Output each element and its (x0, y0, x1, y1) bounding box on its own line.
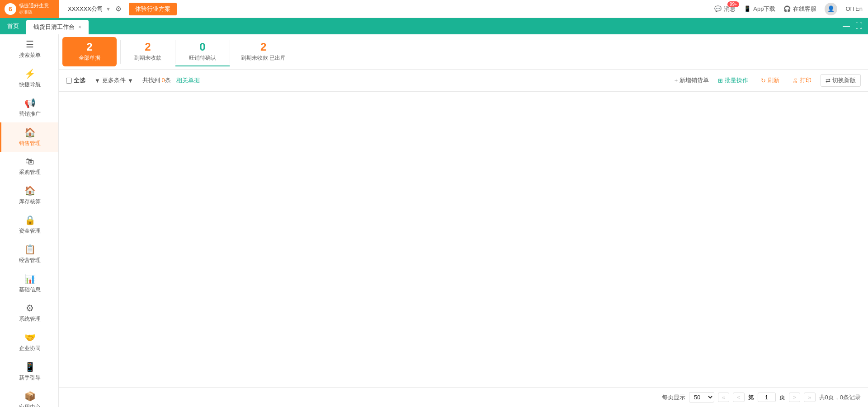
refresh-button[interactable]: ↻ 刷新 (757, 75, 783, 86)
filter-button[interactable]: ▼ 更多条件 ▼ (91, 75, 137, 86)
toolbar-right: + 新增销货单 ⊞ 批量操作 ↻ 刷新 🖨 打印 ⇄ 切换新版 (675, 74, 861, 87)
avatar[interactable]: 👤 (825, 3, 837, 15)
quick-nav-icon: ⚡ (24, 68, 36, 79)
company-selector[interactable]: XXXXXX公司 ▼ (68, 5, 111, 13)
page-input[interactable] (758, 393, 776, 402)
guide-label: 新手引导 (19, 374, 41, 382)
top-header: 6 畅捷通好生意 标准版 XXXXXX公司 ▼ ⚙ 体验行业方案 💬 消息 99… (0, 0, 868, 18)
sidebar-item-purchase-mgmt[interactable]: 🛍 采购管理 (0, 152, 58, 181)
sidebar-item-marketing[interactable]: 📢 营销推广 (0, 93, 58, 122)
batch-icon: ⊞ (718, 77, 723, 84)
quick-nav-label: 快捷导航 (19, 81, 41, 89)
stat-overdue-label: 到期未收款 (134, 54, 161, 62)
sidebar-item-guide[interactable]: 📱 新手引导 (0, 357, 58, 386)
sidebar-item-system-mgmt[interactable]: ⚙ 系统管理 (0, 298, 58, 327)
prev-page-button[interactable]: < (733, 393, 745, 402)
search-menu-label: 搜索菜单 (19, 51, 41, 59)
message-action[interactable]: 💬 消息 99+ (714, 5, 736, 13)
sidebar-item-sales-mgmt[interactable]: 🏠 销售管理 (0, 122, 58, 152)
purchase-mgmt-icon: 🛍 (25, 156, 34, 167)
qinghuori-tab-label: 钱货日清工作台 (33, 23, 75, 31)
print-label: 打印 (800, 76, 811, 84)
finance-icon: 🔒 (24, 215, 36, 225)
stat-tab-overdue[interactable]: 2 到期未收款 (121, 37, 175, 66)
table-area (59, 92, 868, 387)
select-all-checkbox[interactable] (66, 78, 72, 84)
filter-label: 更多条件 (102, 76, 126, 84)
headset-icon: 🎧 (783, 5, 791, 12)
stat-overdue-out-label: 到期未收款 已出库 (241, 54, 286, 62)
guide-icon: 📱 (24, 361, 36, 372)
stat-overdue-number: 2 (145, 41, 151, 53)
switch-label: 切换新版 (832, 76, 856, 84)
filter-icon: ▼ (94, 77, 100, 84)
operations-icon: 📋 (24, 244, 36, 255)
pagination: 每页显示 20 50 100 « < 第 页 > » 共0页，0条记录 (59, 387, 868, 407)
search-menu-icon: ☰ (26, 39, 34, 50)
stat-tab-all[interactable]: 2 全部单据 (62, 37, 117, 66)
try-button[interactable]: 体验行业方案 (129, 3, 177, 15)
online-service-action[interactable]: 🎧 在线客服 (783, 5, 816, 13)
inventory-icon: 🏠 (24, 185, 36, 196)
inventory-label: 库存核算 (19, 198, 41, 206)
related-records-link[interactable]: 相关单据 (176, 76, 200, 84)
stat-all-number: 2 (86, 41, 92, 53)
operations-label: 经营管理 (19, 257, 41, 264)
refresh-icon: ↻ (761, 77, 766, 84)
basic-info-label: 基础信息 (19, 286, 41, 294)
page-total: 共0页，0条记录 (819, 393, 861, 402)
message-icon: 💬 (714, 5, 722, 12)
logo-name: 畅捷通好生意 (19, 2, 49, 9)
finance-label: 资金管理 (19, 227, 41, 235)
tab-qinghuori[interactable]: 钱货日清工作台 × (26, 20, 89, 34)
sidebar-item-app-center[interactable]: 📦 应用中心 (0, 386, 58, 407)
next-page-button[interactable]: > (789, 393, 801, 402)
sidebar-item-search-menu[interactable]: ☰ 搜索菜单 (0, 34, 58, 64)
per-page-select[interactable]: 20 50 100 (689, 392, 714, 402)
first-page-button[interactable]: « (718, 393, 729, 402)
select-all-label[interactable]: 全选 (66, 76, 85, 84)
sidebar-item-quick-nav[interactable]: ⚡ 快捷导航 (0, 64, 58, 93)
sidebar-item-operations[interactable]: 📋 经营管理 (0, 239, 58, 269)
system-mgmt-icon: ⚙ (26, 303, 34, 313)
per-page-label: 每页显示 (662, 393, 685, 402)
sidebar-item-basic-info[interactable]: 📊 基础信息 (0, 269, 58, 298)
company-dropdown-arrow: ▼ (106, 6, 111, 12)
content-area: 2 全部单据 2 到期未收款 0 旺铺待确认 2 到期未收款 已出库 (59, 34, 868, 407)
company-name: XXXXXX公司 (68, 5, 103, 13)
app-center-label: 应用中心 (19, 403, 41, 407)
batch-label: 批量操作 (725, 76, 748, 84)
app-download-action[interactable]: 📱 App下载 (744, 5, 775, 13)
batch-operation-button[interactable]: ⊞ 批量操作 (714, 75, 752, 86)
switch-version-button[interactable]: ⇄ 切换新版 (821, 74, 861, 87)
print-icon: 🖨 (792, 77, 798, 84)
tab-home[interactable]: 首页 (0, 18, 26, 34)
tab-minimize-btn[interactable]: — (843, 22, 850, 30)
stat-tab-wangpu[interactable]: 0 旺铺待确认 (175, 37, 230, 66)
last-page-button[interactable]: » (804, 393, 815, 402)
username: OfTEn (845, 5, 863, 12)
tab-maximize-btn[interactable]: ⛶ (855, 22, 863, 30)
found-text: 共找到 0条 (142, 76, 171, 84)
tab-close-icon[interactable]: × (78, 24, 81, 30)
tab-bar-actions: — ⛶ (843, 22, 868, 30)
sidebar-item-enterprise[interactable]: 🤝 企业协同 (0, 327, 58, 357)
message-badge: 99+ (727, 1, 739, 7)
sidebar: ☰ 搜索菜单 ⚡ 快捷导航 📢 营销推广 🏠 销售管理 🛍 采购管理 🏠 库存核… (0, 34, 59, 407)
new-sale-button[interactable]: + 新增销货单 (675, 76, 709, 84)
enterprise-label: 企业协同 (19, 345, 41, 352)
app-download-icon: 📱 (744, 5, 751, 12)
marketing-label: 营销推广 (19, 110, 41, 118)
logo-icon: 6 (5, 3, 16, 15)
sidebar-item-inventory[interactable]: 🏠 库存核算 (0, 181, 58, 210)
sidebar-item-finance[interactable]: 🔒 资金管理 (0, 210, 58, 239)
purchase-mgmt-label: 采购管理 (19, 168, 41, 176)
basic-info-icon: 📊 (24, 273, 36, 284)
stat-all-label: 全部单据 (79, 54, 100, 62)
app-download-label: App下载 (753, 5, 775, 13)
stat-tab-overdue-out[interactable]: 2 到期未收款 已出库 (230, 37, 297, 66)
print-button[interactable]: 🖨 打印 (788, 75, 815, 86)
settings-icon[interactable]: ⚙ (115, 5, 122, 13)
system-mgmt-label: 系统管理 (19, 315, 41, 323)
stat-wangpu-number: 0 (199, 41, 205, 53)
